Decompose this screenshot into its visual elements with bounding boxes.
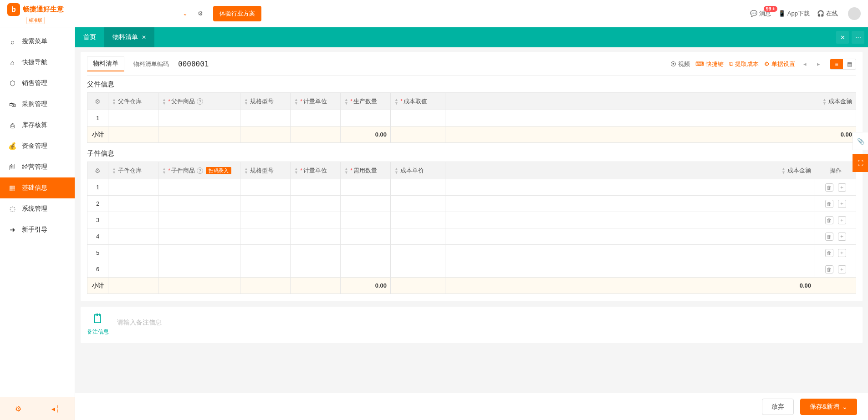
child-row[interactable]: 1🗑＋ [87, 179, 856, 196]
shortcut-link[interactable]: ⌨快捷键 [695, 60, 724, 68]
sidebar-item-guide[interactable]: ➜新手引导 [0, 219, 75, 240]
tab-home[interactable]: 首页 [75, 27, 104, 47]
col-child-product[interactable]: ▲▼*子件商品?扫码录入 [158, 162, 240, 179]
video-label: 视频 [678, 60, 690, 68]
discard-button[interactable]: 放弃 [762, 399, 794, 415]
sidebar-item-stock[interactable]: ⎙库存核算 [0, 115, 75, 136]
row-delete-button[interactable]: 🗑 [825, 216, 833, 224]
row-index: 1 [87, 110, 108, 127]
row-delete-button[interactable]: 🗑 [825, 265, 833, 273]
messages-link[interactable]: 💬 消息 99 + [750, 10, 771, 18]
remarks-input[interactable] [117, 311, 856, 333]
col-parent-costmethod[interactable]: ▲▼*成本取值 [391, 93, 445, 110]
doc-type-bom[interactable]: 物料清单 [87, 56, 124, 71]
child-row[interactable]: 4🗑＋ [87, 228, 856, 245]
col-child-ops: 操作 [815, 162, 856, 179]
col-parent-product[interactable]: ▲▼*父件商品? [158, 93, 240, 110]
tabs-close-all-button[interactable]: ✕ [836, 31, 849, 44]
sidebar-item-label: 快捷导航 [22, 58, 47, 66]
attach-button[interactable]: 📎 [853, 132, 868, 150]
close-icon[interactable]: ✕ [142, 34, 146, 40]
row-delete-button[interactable]: 🗑 [825, 200, 833, 208]
row-delete-button[interactable]: 🗑 [825, 249, 833, 257]
doc-code-value: 0000001 [178, 60, 209, 68]
doc-setting-link[interactable]: ⚙单据设置 [764, 60, 795, 68]
sidebar-item-sale[interactable]: ⬡销售管理 [0, 73, 75, 94]
gear-icon: ⚙ [764, 61, 770, 67]
col-label: 规格型号 [250, 98, 274, 105]
keyboard-icon: ⌨ [695, 61, 704, 67]
video-link[interactable]: ⦿视频 [670, 60, 690, 68]
child-row[interactable]: 6🗑＋ [87, 261, 856, 278]
content: 物料清单 物料清单编码 0000001 ⦿视频 ⌨快捷键 ⧉提取成本 ⚙单据设置… [75, 47, 868, 420]
page-tabs: 首页 物料清单 ✕ ✕ ⋯ [75, 27, 868, 47]
chevron-down-icon: ⌄ [842, 403, 848, 410]
gear-icon: ⚙ [15, 405, 21, 413]
row-add-button[interactable]: ＋ [838, 183, 846, 192]
extract-cost-link[interactable]: ⧉提取成本 [729, 60, 759, 68]
view-list-button[interactable]: ≡ [830, 59, 843, 69]
col-child-warehouse[interactable]: ▲▼子件仓库 [108, 162, 158, 179]
topbar: b 畅捷通好生意 标准版 ⌄ ⚙ 体验行业方案 💬 消息 99 + 📱 A [0, 0, 868, 27]
col-child-spec[interactable]: ▲▼规格型号 [240, 162, 291, 179]
sidebar-settings-button[interactable]: ⚙ [15, 405, 21, 413]
footer-actions: 放弃 保存&新增 ⌄ [75, 393, 868, 420]
col-parent-spec[interactable]: ▲▼规格型号 [240, 93, 291, 110]
sidebar-item-sys[interactable]: ◌系统管理 [0, 198, 75, 219]
col-child-unit[interactable]: ▲▼*计量单位 [291, 162, 341, 179]
row-add-button[interactable]: ＋ [838, 233, 846, 241]
sidebar-item-fund[interactable]: 💰资金管理 [0, 136, 75, 157]
child-row[interactable]: 2🗑＋ [87, 196, 856, 212]
sidebar-collapse-button[interactable]: ◂╎ [51, 405, 60, 413]
tabs-more-button[interactable]: ⋯ [852, 31, 864, 44]
stock-icon: ⎙ [8, 121, 16, 129]
sidebar-item-nav[interactable]: ⌂快捷导航 [0, 52, 75, 73]
col-child-amount[interactable]: ▲▼成本金额 [445, 162, 815, 179]
child-row[interactable]: 5🗑＋ [87, 245, 856, 261]
row-index: 1 [87, 179, 108, 196]
save-and-new-button[interactable]: 保存&新增 ⌄ [800, 399, 857, 415]
row-delete-button[interactable]: 🗑 [825, 183, 833, 192]
sidebar-item-biz[interactable]: 🗐经营管理 [0, 157, 75, 177]
app-download-link[interactable]: 📱 App下载 [778, 10, 810, 18]
prev-doc-button[interactable]: ◂ [801, 60, 809, 68]
scan-input-tag[interactable]: 扫码录入 [206, 167, 231, 174]
col-child-price[interactable]: ▲▼成本单价 [391, 162, 445, 179]
row-add-button[interactable]: ＋ [838, 200, 846, 208]
sidebar-item-search[interactable]: ⌕搜索菜单 [0, 31, 75, 52]
fund-icon: 💰 [8, 142, 16, 150]
col-parent-amount[interactable]: ▲▼成本金额 [445, 93, 856, 110]
parent-row[interactable]: 1 [87, 110, 856, 127]
info-icon[interactable]: ? [197, 98, 203, 105]
col-child-qty[interactable]: ▲▼*需用数量 [341, 162, 391, 179]
col-gear[interactable]: ⚙ [87, 93, 108, 110]
fullscreen-button[interactable]: ⛶ [853, 154, 868, 172]
child-row[interactable]: 3🗑＋ [87, 212, 856, 228]
account-settings-button[interactable]: ⚙ [193, 6, 208, 21]
sidebar-item-buy[interactable]: 🛍采购管理 [0, 94, 75, 115]
doc-header: 物料清单 物料清单编码 0000001 ⦿视频 ⌨快捷键 ⧉提取成本 ⚙单据设置… [87, 56, 856, 76]
user-avatar[interactable] [848, 7, 861, 20]
row-delete-button[interactable]: 🗑 [825, 233, 833, 241]
account-select[interactable]: ⌄ [91, 6, 191, 21]
subtotal-label: 小计 [87, 127, 108, 143]
row-index: 4 [87, 228, 108, 245]
row-add-button[interactable]: ＋ [838, 249, 846, 257]
row-add-button[interactable]: ＋ [838, 265, 846, 273]
info-icon[interactable]: ? [197, 167, 203, 174]
col-parent-qty[interactable]: ▲▼*生产数量 [341, 93, 391, 110]
next-doc-button[interactable]: ▸ [814, 60, 822, 68]
sidebar-item-base[interactable]: ▦基础信息 [0, 177, 75, 198]
view-card-button[interactable]: ▤ [843, 59, 856, 69]
col-parent-unit[interactable]: ▲▼*计量单位 [291, 93, 341, 110]
experience-plan-button[interactable]: 体验行业方案 [213, 6, 261, 21]
extract-icon: ⧉ [729, 61, 733, 68]
trash-icon: 🗑 [827, 234, 832, 239]
row-add-button[interactable]: ＋ [838, 216, 846, 224]
online-support-link[interactable]: 🎧 在线 [817, 10, 838, 18]
col-gear[interactable]: ⚙ [87, 162, 108, 179]
online-label: 在线 [826, 10, 838, 18]
plus-icon: ＋ [839, 184, 844, 191]
col-parent-warehouse[interactable]: ▲▼父件仓库 [108, 93, 158, 110]
tab-bom[interactable]: 物料清单 ✕ [104, 27, 154, 47]
